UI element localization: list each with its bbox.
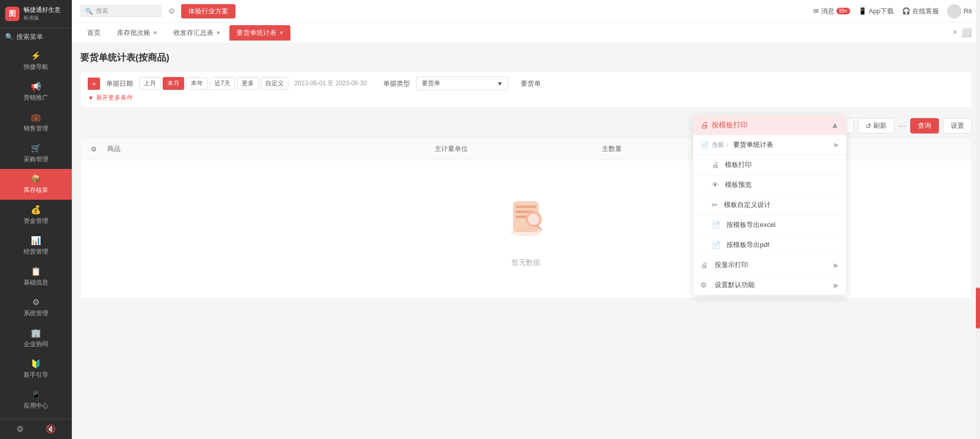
th-setting[interactable]: ⚙ — [87, 142, 103, 156]
sidebar-item-app-center[interactable]: 📱 应用中心 — [0, 385, 72, 415]
dropdown-item-template-print[interactable]: 🖨 模板打印 — [693, 155, 846, 175]
expand-more-button[interactable]: ▼ 展开更多条件 — [88, 93, 964, 102]
user-name: Rit — [964, 7, 972, 15]
display-print-icon: 🖨 — [700, 261, 711, 269]
online-service-button[interactable]: 🎧 在线客服 — [902, 7, 939, 16]
trial-button[interactable]: 体验行业方案 — [181, 4, 236, 18]
template-custom-label: 模板自定义设计 — [724, 200, 771, 209]
sidebar-item-guide[interactable]: 🔰 新手引导 — [0, 354, 72, 385]
query-button[interactable]: 查询 — [910, 118, 939, 133]
window-close-button[interactable]: × — [953, 28, 957, 37]
expand-more-icon: ▼ — [88, 94, 94, 102]
export-excel-label: 按模板导出excel — [727, 220, 775, 230]
svg-point-6 — [528, 214, 539, 225]
sidebar-item-marketing[interactable]: 📢 营销推广 — [0, 77, 72, 107]
dots-button[interactable]: ··· — [898, 121, 906, 131]
logo-text-block: 畅捷通好生意 标准版 — [24, 6, 61, 22]
sidebar-nav: ⚡ 快捷导航 📢 营销推广 💼 销售管理 🛒 采购管理 📦 库存核算 💰 资金管… — [0, 46, 72, 418]
refresh-button[interactable]: ↺ 刷新 — [858, 118, 894, 133]
default-func-label: 设置默认功能 — [715, 280, 755, 290]
app-download-button[interactable]: 📱 App下载 — [858, 7, 894, 16]
refresh-label: 刷新 — [873, 121, 887, 130]
tab-home[interactable]: 首页 — [80, 25, 108, 41]
type-select[interactable]: 要货单 ▼ — [416, 77, 508, 90]
date-btn-more[interactable]: 更多 — [237, 77, 259, 90]
operation-label: 经营管理 — [24, 247, 48, 256]
online-service-label: 在线客服 — [912, 7, 939, 16]
app-download-icon: 📱 — [858, 7, 867, 15]
dropdown-print-icon: 🖨 — [700, 121, 709, 130]
tab-batch-account[interactable]: 库存批次账 × — [110, 25, 164, 41]
date-btn-this-year[interactable]: 本年 — [186, 77, 208, 90]
batch-account-close-icon[interactable]: × — [153, 30, 157, 36]
sidebar-item-operation[interactable]: 📊 经营管理 — [0, 231, 72, 261]
app-download-label: App下载 — [869, 7, 894, 16]
topbar-right: ✉ 消息 99+ 📱 App下载 🎧 在线客服 Rit — [813, 4, 972, 18]
quick-nav-label: 快捷导航 — [24, 63, 48, 71]
app-center-icon: 📱 — [31, 390, 41, 399]
search-icon: 🔍 — [5, 33, 13, 41]
sidebar-item-enterprise[interactable]: 🏢 企业协同 — [0, 323, 72, 354]
window-maximize-button[interactable]: ⬜ — [962, 28, 972, 37]
template-print-icon: 🖨 — [712, 161, 719, 169]
topbar-gear-icon[interactable]: ⚙ — [168, 7, 175, 16]
sidebar-item-quick-nav[interactable]: ⚡ 快捷导航 — [0, 46, 72, 77]
date-btn-last-month[interactable]: 上月 — [139, 77, 161, 90]
enterprise-label: 企业协同 — [24, 340, 48, 349]
sidebar-item-finance[interactable]: 💰 资金管理 — [0, 200, 72, 231]
default-func-icon: ⚙ — [700, 281, 711, 289]
app-name: 畅捷通好生意 — [24, 6, 61, 14]
order-stats-close-icon[interactable]: × — [280, 30, 283, 36]
mute-icon[interactable]: 🔇 — [46, 424, 56, 434]
tab-receipt-summary[interactable]: 收发存汇总表 × — [166, 25, 227, 41]
inventory-label: 库存核算 — [24, 186, 48, 195]
refresh-icon: ↺ — [866, 122, 871, 130]
dropdown-item-template-custom[interactable]: ✏ 模板自定义设计 — [693, 195, 846, 215]
order-stats-label: 要货单统计表 — [237, 28, 277, 37]
sidebar-search[interactable]: 🔍 搜索菜单 — [0, 28, 72, 46]
sidebar-item-system[interactable]: ⚙ 系统管理 — [0, 292, 72, 323]
date-btn-custom[interactable]: 自定义 — [261, 77, 288, 90]
settings-icon[interactable]: ⚙ — [16, 424, 24, 434]
setting-button[interactable]: 设置 — [943, 118, 972, 133]
template-print-label: 模板打印 — [725, 160, 752, 169]
message-badge: 99+ — [836, 8, 850, 14]
type-select-value: 要货单 — [422, 79, 440, 88]
sidebar-item-inventory[interactable]: 📦 库存核算 — [0, 169, 72, 200]
dropdown-item-default-func[interactable]: ⚙ 设置默认功能 ▶ — [693, 275, 846, 295]
dropdown-item-display-print[interactable]: 🖨 按显示打印 ▶ — [693, 255, 846, 275]
topbar-search[interactable]: 🔍 搜索 — [80, 5, 162, 17]
marketing-icon: 📢 — [31, 82, 41, 91]
empty-illustration — [500, 191, 552, 252]
topbar-search-icon: 🔍 — [85, 8, 93, 15]
marketing-label: 营销推广 — [24, 93, 48, 102]
purchase-icon: 🛒 — [31, 143, 41, 153]
date-btn-this-month[interactable]: 本月 — [163, 77, 184, 90]
filter-expand-icon[interactable]: » — [88, 78, 100, 90]
dropdown-close-button[interactable]: ▲ — [831, 121, 839, 130]
print-dropdown: 🖨 按模板打印 ▲ 📄 当前： 要货单统计表 ▶ 🖨 模板打印 👁 模板预览 ✏ — [693, 115, 847, 296]
app-center-label: 应用中心 — [24, 402, 48, 410]
tab-bar: 首页 库存批次账 × 收发存汇总表 × 要货单统计表 × × ⬜ — [72, 23, 980, 43]
app-badge: 标准版 — [24, 14, 61, 22]
message-button[interactable]: ✉ 消息 99+ — [813, 7, 850, 16]
message-label: 消息 — [821, 7, 834, 16]
dropdown-item-template-preview[interactable]: 👁 模板预览 — [693, 175, 846, 195]
dropdown-item-export-pdf[interactable]: 📄 按模板导出pdf — [693, 235, 846, 255]
guide-icon: 🔰 — [31, 359, 41, 369]
filter-bar: » 单据日期 上月 本月 本年 近7天 更多 自定义 2023-06-01 至 … — [80, 71, 972, 108]
dropdown-item-export-excel[interactable]: 📄 按模板导出excel — [693, 215, 846, 235]
tab-order-stats[interactable]: 要货单统计表 × — [229, 25, 290, 41]
sidebar-item-sales[interactable]: 💼 销售管理 — [0, 107, 72, 138]
sidebar-item-basic-info[interactable]: 📋 基础信息 — [0, 261, 72, 292]
export-excel-icon: 📄 — [712, 221, 720, 229]
app-logo: 图 畅捷通好生意 标准版 — [0, 0, 72, 28]
topbar: 🔍 搜索 ⚙ 体验行业方案 ✉ 消息 99+ 📱 App下载 🎧 在线客服 Ri… — [72, 0, 980, 23]
topbar-search-placeholder: 搜索 — [96, 7, 108, 15]
user-avatar-button[interactable]: Rit — [947, 4, 972, 18]
sidebar: 图 畅捷通好生意 标准版 🔍 搜索菜单 ⚡ 快捷导航 📢 营销推广 💼 销售管理… — [0, 0, 72, 439]
date-btn-7days[interactable]: 近7天 — [210, 77, 235, 90]
sidebar-item-purchase[interactable]: 🛒 采购管理 — [0, 138, 72, 169]
receipt-summary-close-icon[interactable]: × — [217, 30, 220, 36]
dropdown-current-item[interactable]: 📄 当前： 要货单统计表 ▶ — [693, 135, 846, 155]
